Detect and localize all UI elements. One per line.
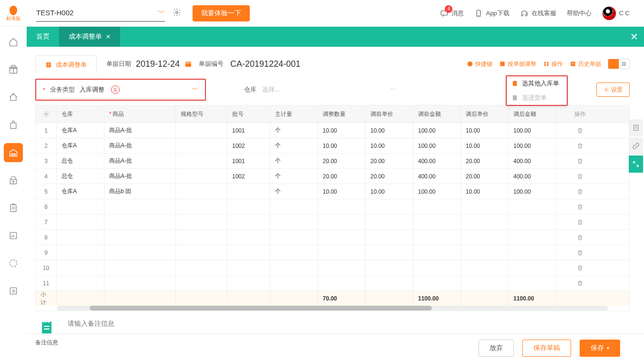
delete-row-button[interactable] bbox=[556, 169, 604, 184]
table-row[interactable]: 2仓库A商品A-批1002个10.0010.00100.0010.00100.0… bbox=[36, 138, 629, 153]
settings-icon[interactable] bbox=[173, 8, 181, 18]
warehouse-select[interactable]: 仓库 选择... ﹀ bbox=[244, 85, 397, 94]
doc-icon bbox=[511, 94, 518, 101]
customer-service-button[interactable]: 在线客服 bbox=[520, 9, 556, 18]
horizontal-scrollbar[interactable] bbox=[57, 306, 608, 310]
logo[interactable]: 标准版 bbox=[0, 0, 27, 27]
nav-bag[interactable] bbox=[4, 115, 23, 134]
table-row[interactable]: 4总仓商品A-批1002个20.0020.00400.0020.00400.00 bbox=[36, 168, 629, 184]
chevron-down-icon: ﹀ bbox=[158, 8, 165, 17]
table-row[interactable]: 7 bbox=[36, 214, 629, 229]
sum-post-amt: 1100.00 bbox=[509, 291, 556, 306]
trash-icon bbox=[577, 127, 583, 134]
ops-button[interactable]: 操作 bbox=[543, 60, 563, 68]
svg-point-27 bbox=[606, 89, 607, 91]
table-row[interactable]: 9 bbox=[36, 245, 629, 260]
nav-house[interactable] bbox=[4, 88, 23, 107]
doc-date[interactable]: 2019-12-24 bbox=[136, 59, 180, 69]
messages-button[interactable]: 消息 4 bbox=[440, 9, 464, 18]
settings-button[interactable]: 设置 bbox=[596, 83, 630, 97]
user-menu[interactable]: C C bbox=[602, 6, 630, 21]
delete-row-button[interactable] bbox=[556, 184, 604, 199]
svg-point-14 bbox=[468, 62, 473, 67]
gear-icon bbox=[603, 87, 609, 93]
svg-point-28 bbox=[45, 113, 47, 115]
svg-text:新: 新 bbox=[12, 289, 16, 293]
by-doc-adjust-button[interactable]: 按单据调整 bbox=[499, 60, 536, 68]
nav-clipboard[interactable] bbox=[4, 198, 23, 217]
history-button[interactable]: 历史单据 bbox=[570, 60, 601, 68]
right-tool-expand[interactable] bbox=[629, 155, 643, 173]
footer: 放弃 保存草稿 保存▾ bbox=[27, 333, 644, 362]
headset-icon bbox=[520, 9, 529, 18]
svg-rect-16 bbox=[544, 62, 546, 64]
annotation-1: ① bbox=[111, 85, 120, 94]
delete-row-button[interactable] bbox=[556, 154, 604, 168]
try-button[interactable]: 我要体验一下 bbox=[193, 5, 250, 21]
table-row[interactable]: 10 bbox=[36, 260, 629, 275]
svg-rect-24 bbox=[624, 64, 626, 66]
trash-icon bbox=[577, 173, 583, 180]
nav-loading[interactable] bbox=[4, 254, 23, 273]
svg-point-9 bbox=[10, 260, 17, 267]
tab-home[interactable]: 首页 bbox=[27, 27, 59, 47]
shortcut-button[interactable]: 快捷键 bbox=[467, 60, 492, 68]
close-icon[interactable]: ✕ bbox=[106, 33, 111, 40]
chevron-down-icon: ▾ bbox=[607, 345, 609, 351]
delete-row-button[interactable] bbox=[556, 123, 604, 138]
table-row[interactable]: 1仓库A商品A-批1001个10.0010.00100.0010.00100.0… bbox=[36, 123, 629, 138]
table-row[interactable]: 3总仓商品A-批1001个20.0020.00400.0020.00400.00 bbox=[36, 153, 629, 168]
delete-row-button[interactable] bbox=[556, 245, 604, 260]
close-all-tabs[interactable]: ✕ bbox=[624, 27, 644, 47]
nav-gift[interactable] bbox=[4, 60, 23, 79]
app-download-button[interactable]: App下载 bbox=[474, 9, 509, 18]
th-op: 操作 bbox=[556, 105, 604, 123]
shop-select[interactable]: TEST-H002 ﹀ bbox=[36, 5, 165, 22]
cancel-button[interactable]: 放弃 bbox=[479, 340, 514, 357]
right-tool-link[interactable] bbox=[629, 137, 643, 155]
delete-row-button[interactable] bbox=[556, 230, 604, 245]
nav-new[interactable]: 新 bbox=[4, 281, 23, 300]
svg-rect-25 bbox=[513, 81, 517, 86]
th-pre-amt: 调前金额 bbox=[413, 105, 461, 123]
th-pre-price: 调前单价 bbox=[366, 105, 413, 123]
nav-home[interactable] bbox=[4, 32, 23, 52]
sum-qty: 70.00 bbox=[318, 291, 366, 306]
data-table: 仓库 *商品 规格型号 批号 主计量 调整数量 调前单价 调前金额 调后单价 调… bbox=[35, 105, 630, 311]
chevron-down-icon: ﹀ bbox=[390, 85, 397, 94]
th-product: *商品 bbox=[104, 105, 176, 123]
table-row[interactable]: 11 bbox=[36, 275, 629, 290]
table-row[interactable]: 6 bbox=[36, 199, 629, 214]
table-row[interactable]: 8 bbox=[36, 229, 629, 245]
svg-rect-7 bbox=[10, 205, 16, 211]
th-unit: 主计量 bbox=[270, 105, 318, 123]
business-type-select[interactable]: * 业务类型 入库调整 ① ﹀ bbox=[35, 79, 206, 101]
help-center-button[interactable]: 帮助中心 bbox=[567, 9, 592, 18]
delete-row-button[interactable] bbox=[556, 199, 604, 214]
col-config-button[interactable] bbox=[36, 105, 57, 123]
save-draft-button[interactable]: 保存草稿 bbox=[522, 340, 571, 357]
delete-row-button[interactable] bbox=[556, 260, 604, 275]
th-post-price: 调后单价 bbox=[461, 105, 509, 123]
delete-row-button[interactable] bbox=[556, 215, 604, 229]
nav-money[interactable] bbox=[4, 171, 23, 190]
tab-cost-adjust[interactable]: 成本调整单✕ bbox=[59, 27, 120, 47]
table-row[interactable]: 5仓库A商品b 固个10.0010.00100.0010.00100.00 bbox=[36, 184, 629, 199]
logo-label: 标准版 bbox=[6, 15, 20, 22]
nav-warehouse[interactable] bbox=[4, 143, 23, 162]
view-grid[interactable] bbox=[619, 59, 629, 69]
select-other-in[interactable]: 选其他入库单 bbox=[507, 76, 567, 91]
right-tool-note[interactable] bbox=[629, 119, 643, 136]
trash-icon bbox=[577, 158, 583, 165]
save-button[interactable]: 保存▾ bbox=[580, 340, 620, 357]
view-list[interactable] bbox=[608, 59, 619, 69]
calendar-icon[interactable] bbox=[184, 60, 192, 68]
svg-rect-13 bbox=[185, 62, 191, 67]
delete-row-button[interactable] bbox=[556, 138, 604, 153]
th-batch: 批号 bbox=[227, 105, 270, 123]
doc-tools: 快捷键 按单据调整 操作 历史单据 bbox=[467, 59, 630, 69]
delete-row-button[interactable] bbox=[556, 276, 604, 290]
nav-report[interactable] bbox=[4, 226, 23, 245]
svg-rect-6 bbox=[10, 123, 16, 129]
doc-meta: 单据日期 2019-12-24 单据编号 CA-20191224-001 bbox=[106, 59, 300, 69]
